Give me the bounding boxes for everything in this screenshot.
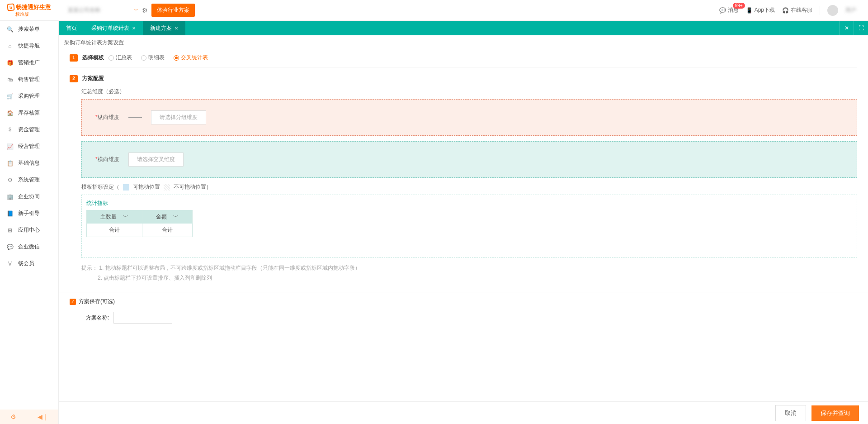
- radio-icon: [108, 55, 114, 61]
- headset-icon: 🎧: [782, 7, 789, 14]
- app-download-button[interactable]: 📱 App下载: [746, 6, 775, 14]
- indicator-col-1: 金额﹀合计: [142, 210, 193, 237]
- edition-label: 标准版: [15, 11, 29, 18]
- vertical-dim-label: 纵向维度: [98, 114, 119, 120]
- company-selector[interactable]: 某某公司名称 ﹀: [68, 6, 138, 14]
- header: b 畅捷通好生意 标准版 某某公司名称 ﹀ ⚙ 体验行业方案 💬 消息 99+ …: [0, 0, 868, 21]
- chevron-down-icon: ﹀: [134, 7, 138, 14]
- fullscreen-button[interactable]: ⛶: [854, 21, 868, 35]
- gear-icon[interactable]: ⚙: [142, 7, 148, 14]
- online-service-button[interactable]: 🎧 在线客服: [782, 6, 812, 14]
- indicator-head[interactable]: 金额﹀: [142, 210, 192, 224]
- sidebar-item-1[interactable]: ⌂快捷导航: [0, 38, 58, 54]
- indicator-head[interactable]: 主数量﹀: [87, 210, 142, 224]
- sidebar-icon: ⊞: [6, 227, 14, 233]
- breadcrumb: 采购订单统计表方案设置: [59, 35, 868, 50]
- sidebar-item-5[interactable]: 🏠库存核算: [0, 105, 58, 121]
- template-radio-2[interactable]: 交叉统计表: [174, 54, 208, 62]
- save-plan-row: ✓ 方案保存(可选): [59, 292, 868, 309]
- sidebar-item-label: 搜索菜单: [18, 25, 40, 33]
- sidebar-item-7[interactable]: 📈经营管理: [0, 138, 58, 155]
- sidebar-item-label: 销售管理: [18, 76, 40, 83]
- indicator-body: 合计: [142, 224, 192, 237]
- tab-2[interactable]: 新建方案✕: [143, 21, 185, 35]
- horizontal-dim-label: 横向维度: [98, 156, 119, 162]
- tabs: 首页采购订单统计表✕新建方案✕ ✕ ⛶: [59, 21, 868, 35]
- sidebar-item-label: 经营管理: [18, 143, 40, 150]
- sidebar-icon: 📈: [6, 143, 14, 150]
- try-industry-button[interactable]: 体验行业方案: [151, 4, 195, 17]
- sidebar-item-2[interactable]: 🎁营销推广: [0, 54, 58, 71]
- step2-number: 2: [70, 75, 78, 82]
- sidebar-item-14[interactable]: V畅会员: [0, 255, 58, 272]
- sidebar-item-6[interactable]: ＄资金管理: [0, 121, 58, 138]
- messages-badge: 99+: [733, 3, 745, 9]
- step1-row: 1 选择模板 汇总表明细表交叉统计表: [70, 54, 857, 62]
- sidebar-item-label: 资金管理: [18, 126, 40, 133]
- sidebar-item-11[interactable]: 📘新手引导: [0, 205, 58, 222]
- sidebar-item-13[interactable]: 💬企业微信: [0, 238, 58, 255]
- horizontal-dimension-box: *横向维度 请选择交叉维度: [81, 141, 857, 178]
- draggable-swatch: [123, 184, 129, 191]
- sidebar-item-9[interactable]: ⚙系统管理: [0, 172, 58, 188]
- chevron-down-icon: ﹀: [123, 213, 128, 221]
- sidebar-icon: 🏢: [6, 194, 14, 200]
- vertical-dim-selector[interactable]: 请选择分组维度: [151, 110, 206, 124]
- sidebar-item-10[interactable]: 🏢企业协同: [0, 188, 58, 205]
- sidebar-item-3[interactable]: 🛍销售管理: [0, 71, 58, 88]
- save-plan-checkbox[interactable]: ✓: [70, 299, 76, 305]
- sidebar-item-label: 基础信息: [18, 159, 40, 167]
- step1-number: 1: [70, 54, 78, 62]
- sidebar-icon: 🏠: [6, 110, 14, 116]
- save-plan-label: 方案保存(可选): [79, 298, 115, 305]
- horizontal-dim-selector[interactable]: 请选择交叉维度: [128, 152, 184, 167]
- close-icon[interactable]: ✕: [175, 26, 178, 31]
- sidebar: 🔍搜索菜单⌂快捷导航🎁营销推广🛍销售管理🛒采购管理🏠库存核算＄资金管理📈经营管理…: [0, 21, 59, 424]
- tab-1[interactable]: 采购订单统计表✕: [84, 21, 143, 35]
- nondraggable-swatch: [164, 184, 170, 191]
- sidebar-icon: 🎁: [6, 60, 14, 66]
- sidebar-item-label: 采购管理: [18, 92, 40, 100]
- tab-label: 新建方案: [150, 24, 172, 32]
- save-query-button[interactable]: 保存并查询: [811, 405, 859, 421]
- vertical-dimension-box: *纵向维度 请选择分组维度: [81, 99, 857, 136]
- template-radio-0[interactable]: 汇总表: [108, 54, 132, 62]
- sidebar-item-0[interactable]: 🔍搜索菜单: [0, 21, 58, 38]
- sidebar-item-4[interactable]: 🛒采购管理: [0, 88, 58, 105]
- sidebar-icon: 🛒: [6, 93, 14, 100]
- sidebar-item-12[interactable]: ⊞应用中心: [0, 222, 58, 238]
- tab-0[interactable]: 首页: [59, 21, 84, 35]
- template-radio-1[interactable]: 明细表: [141, 54, 165, 62]
- flame-icon: b: [7, 3, 14, 11]
- plan-name-input[interactable]: [113, 312, 172, 324]
- divider: [820, 6, 820, 15]
- indicator-body: 合计: [87, 224, 142, 237]
- sidebar-item-label: 畅会员: [18, 260, 34, 267]
- cancel-button[interactable]: 取消: [775, 405, 806, 421]
- sidebar-icon: ⚙: [6, 177, 14, 183]
- sidebar-icon: 💬: [6, 244, 14, 250]
- sidebar-icon: 🔍: [6, 26, 14, 33]
- sidebar-icon: ＄: [6, 126, 14, 133]
- sidebar-item-label: 快捷导航: [18, 42, 40, 50]
- avatar[interactable]: [827, 5, 838, 16]
- indicator-area: 统计指标 主数量﹀合计金额﹀合计: [81, 195, 857, 258]
- sidebar-item-8[interactable]: 📋基础信息: [0, 155, 58, 172]
- sidebar-icon: 🛍: [6, 76, 14, 83]
- chat-icon: 💬: [719, 7, 726, 14]
- messages-button[interactable]: 💬 消息 99+: [719, 6, 739, 14]
- sidebar-item-label: 库存核算: [18, 109, 40, 117]
- brand-name: 畅捷通好生意: [16, 3, 51, 11]
- company-name: 某某公司名称: [68, 6, 131, 14]
- step1-label: 选择模板: [82, 54, 104, 62]
- phone-icon: 📱: [746, 7, 753, 14]
- step2-label: 方案配置: [82, 75, 104, 82]
- close-all-tabs-button[interactable]: ✕: [839, 21, 854, 35]
- settings-icon[interactable]: ⚙: [10, 413, 16, 420]
- connector-line: [128, 117, 142, 118]
- sidebar-item-label: 应用中心: [18, 226, 40, 234]
- close-icon[interactable]: ✕: [132, 26, 136, 31]
- radio-icon: [174, 55, 179, 61]
- footer-bar: 取消 保存并查询: [59, 401, 868, 424]
- collapse-icon[interactable]: ◀❘: [38, 413, 48, 420]
